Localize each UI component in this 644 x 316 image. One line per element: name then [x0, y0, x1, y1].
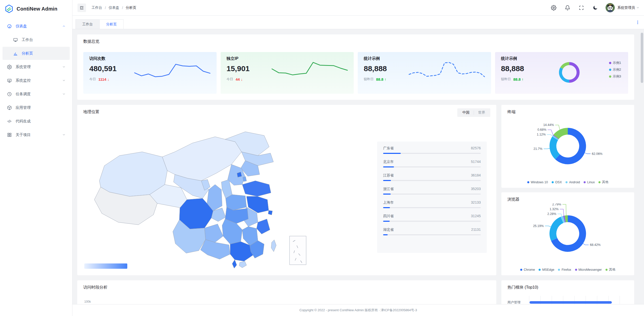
rank-row-广东省: 广东省82576: [383, 146, 481, 154]
rank-bar-track: [383, 153, 481, 154]
app-title: ContiNew Admin: [17, 6, 57, 12]
legend-item-其他[interactable]: 其他: [598, 180, 608, 184]
module-label: 用户管理: [507, 300, 529, 304]
scrollbar-thumb[interactable]: [641, 33, 643, 83]
terminal-legend: Windows 10OSXAndroidLinux其他: [504, 180, 631, 184]
legend-item-Linux[interactable]: Linux: [584, 180, 595, 184]
app-logo: ContiNew Admin: [0, 0, 72, 18]
browser-donut-chart[interactable]: 25.19%2.28%1.32%2.79%68.42%: [507, 203, 628, 264]
sidebar-item-about-project[interactable]: 关于项目: [3, 128, 70, 141]
sidebar-item-workplace[interactable]: 工作台: [3, 33, 70, 46]
legend-dot: [527, 181, 529, 183]
top-modules-panel: 热门模块 (Top10) 用户管理: [501, 280, 634, 304]
stat-card-stat-example-line: 统计示例88,888较昨日88.8 ↑: [358, 52, 491, 94]
sidebar-item-label: 关于项目: [16, 132, 62, 137]
legend-label: Android: [569, 180, 580, 184]
sidebar-item-system-monitor[interactable]: 系统监控: [3, 74, 70, 87]
legend-label: MSEdge: [542, 268, 554, 272]
gear-icon: [551, 5, 556, 11]
legend-item-示例2[interactable]: 示例2: [609, 67, 621, 72]
breadcrumb-item[interactable]: 工作台: [92, 6, 102, 10]
rank-region-value: 21131: [471, 228, 481, 232]
svg-text:25.19%: 25.19%: [533, 224, 544, 228]
rank-bar-fill: [383, 207, 390, 208]
fullscreen-button[interactable]: [579, 5, 584, 11]
trend-up-value: 88.8 ↑: [376, 77, 386, 81]
menu-collapse-button[interactable]: [77, 4, 86, 12]
legend-item-MSEdge[interactable]: MSEdge: [539, 268, 554, 272]
more-vertical-icon[interactable]: [635, 20, 640, 25]
sidebar-item-code-generation[interactable]: 代码生成: [3, 115, 70, 128]
legend-item-Chrome[interactable]: Chrome: [520, 268, 535, 272]
rank-region-name: 北京市: [383, 160, 394, 164]
legend-item-Firefox[interactable]: Firefox: [558, 268, 571, 272]
dark-mode-button[interactable]: [592, 5, 598, 11]
sidebar-item-label: 任务调度: [16, 92, 62, 97]
legend-label: OSX: [555, 180, 562, 184]
grid-icon: [7, 132, 12, 137]
svg-text:68.42%: 68.42%: [590, 243, 600, 247]
monitor-icon: [13, 37, 18, 42]
stat-card-stat-example-pie: 统计示例88,888较昨日88.8 ↑示例1示例2示例3: [495, 52, 628, 94]
legend-item-Android[interactable]: Android: [566, 180, 580, 184]
map-scope-china-button[interactable]: 中国: [458, 109, 474, 116]
map-visualmap-gradient: [84, 263, 127, 269]
rank-row-北京市: 北京市51744: [383, 160, 481, 167]
tab-workplace[interactable]: 工作台: [75, 19, 100, 29]
legend-item-示例3[interactable]: 示例3: [609, 74, 621, 79]
terminal-donut-chart[interactable]: 21.7%1.12%0.68%14.44%62.06%: [507, 116, 628, 176]
stat-card-visits: 访问次数480,591今日1114 ↓: [83, 52, 217, 94]
map-scope-world-button[interactable]: 世界: [474, 109, 490, 116]
notifications-button[interactable]: [565, 5, 570, 11]
rank-region-name: 上海市: [383, 200, 394, 205]
sidebar-item-system-management[interactable]: 系统管理: [3, 60, 70, 73]
bell-icon: [565, 5, 570, 11]
sidebar-item-analysis[interactable]: 分析页: [3, 47, 70, 60]
rank-bar-fill: [383, 194, 391, 195]
sidebar-item-dashboard[interactable]: 仪表盘: [3, 20, 70, 33]
rank-bar-track: [383, 234, 481, 235]
rank-region-value: 82576: [471, 146, 481, 151]
legend-item-示例1[interactable]: 示例1: [609, 61, 621, 65]
module-bar-chart[interactable]: [529, 296, 628, 304]
rank-bar-fill: [383, 221, 390, 222]
map-scope-toggle: 中国 世界: [457, 108, 490, 117]
tab-analysis[interactable]: 分析页: [99, 19, 124, 29]
trend-down-value: 1114 ↓: [98, 77, 109, 81]
rank-row-四川省: 四川省31245: [383, 214, 481, 222]
legend-label: Firefox: [561, 268, 571, 272]
legend-dot: [584, 181, 586, 183]
svg-text:2.79%: 2.79%: [552, 203, 561, 206]
trend-up-value: 88.8 ↑: [513, 77, 524, 81]
legend-dot: [609, 62, 611, 64]
svg-text:0.68%: 0.68%: [537, 128, 546, 131]
user-name[interactable]: 系统管理员: [617, 6, 635, 10]
legend-item-其他[interactable]: 其他: [606, 267, 615, 272]
legend-item-OSX[interactable]: OSX: [552, 180, 562, 184]
panel-title-top-modules: 热门模块 (Top10): [507, 285, 538, 290]
chevron-down-icon: [62, 133, 66, 137]
stat-card-chart-unique-ip: [271, 59, 348, 84]
breadcrumb-item[interactable]: 仪表盘: [109, 6, 119, 10]
stat-card-chart-stat-example-line: [408, 59, 486, 84]
settings-button[interactable]: [551, 5, 556, 11]
footer: Copyright © 2022 - present ContiNew Admi…: [72, 304, 644, 316]
sidebar-item-app-management[interactable]: 应用管理: [3, 101, 70, 114]
bar-chart-icon: [13, 51, 18, 56]
copyright-text: Copyright © 2022 - present ContiNew Admi…: [299, 308, 417, 312]
user-avatar[interactable]: [606, 3, 615, 12]
panel-title-terminal: 终端: [507, 109, 515, 115]
clock-icon: [7, 92, 12, 97]
sidebar-item-task-schedule[interactable]: 任务调度: [3, 87, 70, 101]
legend-item-Windows 10[interactable]: Windows 10: [527, 180, 548, 184]
breadcrumb: 工作台 / 仪表盘 / 分析页: [92, 6, 136, 10]
chevron-down-icon[interactable]: [636, 6, 639, 9]
china-map-chart[interactable]: [84, 128, 316, 270]
time-analysis-panel: 访问时段分析 100k: [77, 280, 496, 304]
stat-cards: 访问次数480,591今日1114 ↓独立IP15,901今日44 ↓统计示例8…: [83, 52, 628, 94]
legend-dot: [558, 269, 560, 271]
svg-text:2.28%: 2.28%: [547, 212, 556, 216]
sidebar: ContiNew Admin 仪表盘工作台分析页系统管理系统监控任务调度应用管理…: [0, 0, 72, 316]
legend-label: 示例3: [613, 74, 621, 79]
legend-item-MicroMessenger[interactable]: MicroMessenger: [575, 268, 602, 272]
